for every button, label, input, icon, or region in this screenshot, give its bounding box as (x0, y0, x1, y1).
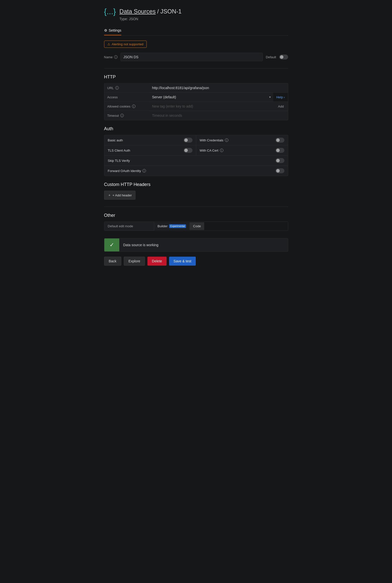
tls-toggle[interactable] (184, 148, 192, 153)
alert-text: Alerting not supported (112, 42, 144, 46)
tab-settings[interactable]: ⚙ Settings (104, 26, 122, 35)
skip-tls-toggle[interactable] (276, 158, 284, 163)
auth-row-4: Forward OAuth Identity i (104, 166, 288, 176)
breadcrumb-current: JSON-1 (160, 8, 182, 15)
auth-row-1: Basic auth With Credentials i (104, 135, 288, 145)
auth-row-2: TLS Client Auth With CA Cert i (104, 145, 288, 156)
basic-auth-toggle[interactable] (184, 138, 192, 143)
auth-grid: Basic auth With Credentials i TLS Client… (104, 135, 288, 176)
default-toggle-track[interactable] (279, 54, 288, 59)
edit-mode-label: Default edit mode (104, 222, 154, 230)
save-test-button[interactable]: Save & test (169, 257, 196, 266)
access-select-wrap: Server (default) Browser ▾ (149, 93, 274, 101)
auth-section-title: Auth (104, 126, 288, 131)
builder-option[interactable]: Builder Experimental (154, 222, 190, 230)
auth-tls-cell: TLS Client Auth (104, 145, 196, 155)
divider-2 (104, 207, 288, 207)
code-label: Code (193, 224, 201, 228)
custom-headers-title: Custom HTTP Headers (104, 182, 288, 187)
add-header-button[interactable]: ＋ + Add header (104, 191, 136, 200)
cookies-info-icon[interactable]: i (132, 104, 136, 108)
oauth-label: Forward OAuth Identity i (108, 169, 146, 173)
name-label: Name i (104, 55, 118, 59)
url-label: URL i (104, 84, 149, 92)
url-input[interactable] (151, 84, 286, 91)
tab-bar: ⚙ Settings (104, 26, 288, 35)
timeout-value-cell (149, 111, 288, 120)
oauth-info-icon[interactable]: i (142, 169, 146, 172)
alert-warning-icon: ⚠ (107, 42, 110, 46)
auth-row-3: Skip TLS Verify (104, 156, 288, 166)
credentials-toggle[interactable] (276, 138, 284, 143)
breadcrumb: Data Sources / JSON-1 (120, 8, 182, 15)
credentials-info-icon[interactable]: i (225, 138, 228, 142)
datasource-subtitle: Type: JSON (120, 17, 288, 21)
status-bar: ✓ Data source is working (104, 238, 288, 252)
cookies-input[interactable] (151, 103, 276, 110)
cacert-info-icon[interactable]: i (220, 149, 224, 152)
breadcrumb-separator: / (157, 8, 159, 15)
status-icon-box: ✓ (104, 238, 119, 251)
status-check-icon: ✓ (110, 242, 114, 248)
url-value-cell (149, 83, 288, 92)
auth-oauth-cell: Forward OAuth Identity i (104, 166, 288, 176)
timeout-input[interactable] (151, 112, 286, 119)
access-label: Access (104, 93, 149, 101)
edit-mode-row: Default edit mode Builder Experimental C… (104, 222, 288, 231)
url-row: URL i (104, 83, 288, 93)
auth-cacert-cell: With CA Cert i (196, 145, 288, 155)
url-info-icon[interactable]: i (115, 86, 119, 90)
add-header-plus-icon: ＋ (108, 193, 111, 197)
delete-button[interactable]: Delete (148, 257, 166, 266)
code-option[interactable]: Code (190, 222, 204, 230)
cookies-row: Allowed cookies i Add (104, 102, 288, 111)
add-header-label: + Add header (112, 193, 132, 197)
help-chevron-icon: › (284, 95, 285, 99)
basic-auth-label: Basic auth (108, 138, 123, 142)
experimental-badge: Experimental (169, 224, 186, 228)
builder-label: Builder (158, 224, 168, 228)
auth-basic-cell: Basic auth (104, 135, 196, 145)
divider-1 (104, 68, 288, 68)
with-credentials-label: With Credentials i (200, 138, 228, 142)
default-toggle[interactable] (279, 54, 288, 59)
cookies-value-cell: Add (149, 102, 288, 111)
http-section-title: HTTP (104, 74, 288, 80)
cacert-toggle[interactable] (276, 148, 284, 153)
header: {...} Data Sources / JSON-1 (104, 7, 288, 15)
access-row: Access Server (default) Browser ▾ Help › (104, 93, 288, 102)
name-info-icon[interactable]: i (114, 55, 118, 59)
page-container: {...} Data Sources / JSON-1 Type: JSON ⚙… (98, 0, 294, 276)
settings-tab-icon: ⚙ (104, 28, 107, 32)
footer-buttons: Back Explore Delete Save & test (104, 257, 288, 266)
other-section-title: Other (104, 213, 288, 218)
auth-credentials-cell: With Credentials i (196, 135, 288, 145)
logo-icon: {...} (104, 7, 116, 15)
tls-auth-label: TLS Client Auth (108, 149, 130, 152)
timeout-info-icon[interactable]: i (120, 114, 124, 117)
timeout-label: Timeout i (104, 111, 149, 120)
oauth-toggle[interactable] (276, 168, 284, 173)
auth-skip-tls-cell: Skip TLS Verify (104, 156, 288, 165)
cookies-add-button[interactable]: Add (276, 104, 286, 108)
explore-button[interactable]: Explore (124, 257, 145, 266)
name-input[interactable] (120, 53, 263, 61)
name-row: Name i Default (104, 53, 288, 61)
status-text: Data source is working (119, 238, 288, 251)
access-select[interactable]: Server (default) Browser (151, 94, 272, 100)
http-table: URL i Access Server (default) Browser ▾ … (104, 83, 288, 120)
help-link[interactable]: Help › (273, 95, 288, 99)
back-button[interactable]: Back (104, 257, 121, 266)
timeout-row: Timeout i (104, 111, 288, 120)
edit-mode-options: Builder Experimental Code (154, 222, 204, 230)
ca-cert-label: With CA Cert i (200, 149, 224, 152)
settings-tab-label: Settings (109, 28, 122, 32)
default-label: Default (266, 55, 276, 59)
breadcrumb-link[interactable]: Data Sources (120, 8, 156, 15)
skip-tls-label: Skip TLS Verify (108, 159, 130, 162)
alert-banner: ⚠ Alerting not supported (104, 40, 147, 48)
cookies-label: Allowed cookies i (104, 102, 149, 111)
